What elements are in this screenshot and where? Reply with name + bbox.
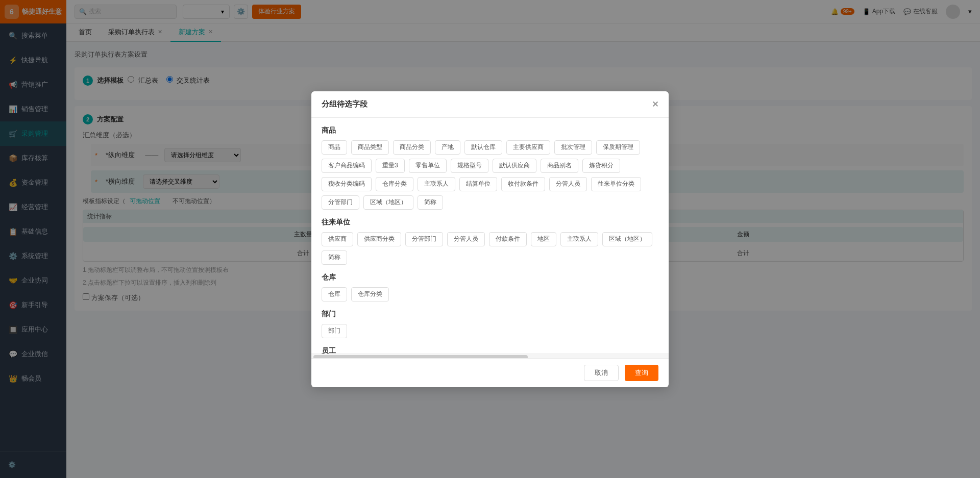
modal-body[interactable]: 商品商品商品类型商品分类产地默认仓库主要供应商批次管理保质期管理客户商品编码重量… — [311, 118, 669, 354]
field-group-employee: 员工业务员 — [322, 346, 658, 354]
field-group-warehouse: 仓库仓库仓库分类 — [322, 273, 658, 301]
field-tag-goods-6[interactable]: 批次管理 — [554, 140, 592, 155]
field-tag-goods-21[interactable]: 往来单位分类 — [591, 177, 641, 191]
field-tag-goods-18[interactable]: 结算单位 — [459, 177, 497, 191]
field-group-title-warehouse: 仓库 — [322, 273, 658, 282]
field-tag-warehouse-0[interactable]: 仓库 — [322, 287, 347, 301]
field-tag-goods-2[interactable]: 商品分类 — [393, 140, 431, 155]
field-group-partner: 往来单位供应商供应商分类分管部门分管人员付款条件地区主联系人区域（地区）简称 — [322, 218, 658, 265]
modal-confirm-button[interactable]: 查询 — [625, 365, 658, 381]
modal-footer: 取消 查询 — [311, 358, 669, 387]
field-tag-goods-15[interactable]: 税收分类编码 — [322, 177, 372, 191]
field-group-title-department: 部门 — [322, 310, 658, 319]
field-group-title-goods: 商品 — [322, 126, 658, 135]
field-tag-goods-9[interactable]: 重量3 — [376, 159, 405, 173]
field-tag-partner-0[interactable]: 供应商 — [322, 232, 353, 246]
field-tag-partner-5[interactable]: 地区 — [531, 232, 556, 246]
field-group-goods: 商品商品商品类型商品分类产地默认仓库主要供应商批次管理保质期管理客户商品编码重量… — [322, 126, 658, 210]
field-tag-goods-3[interactable]: 产地 — [435, 140, 460, 155]
field-group-department: 部门部门 — [322, 310, 658, 338]
field-tag-partner-8[interactable]: 简称 — [322, 250, 347, 265]
field-group-title-employee: 员工 — [322, 346, 658, 354]
scrollbar-thumb — [313, 355, 528, 358]
field-tag-goods-23[interactable]: 区域（地区） — [363, 195, 413, 210]
modal-cancel-button[interactable]: 取消 — [584, 365, 619, 381]
field-tag-goods-17[interactable]: 主联系人 — [418, 177, 455, 191]
modal-overlay: 分组待选字段 ✕ 商品商品商品类型商品分类产地默认仓库主要供应商批次管理保质期管… — [0, 0, 980, 478]
field-tag-goods-19[interactable]: 收付款条件 — [501, 177, 545, 191]
field-tag-partner-1[interactable]: 供应商分类 — [357, 232, 401, 246]
field-tag-partner-6[interactable]: 主联系人 — [560, 232, 598, 246]
field-tag-goods-7[interactable]: 保质期管理 — [596, 140, 640, 155]
field-tags-partner: 供应商供应商分类分管部门分管人员付款条件地区主联系人区域（地区）简称 — [322, 232, 658, 265]
field-tag-goods-13[interactable]: 商品别名 — [541, 159, 578, 173]
field-tag-goods-24[interactable]: 简称 — [418, 195, 443, 210]
field-group-title-partner: 往来单位 — [322, 218, 658, 227]
modal-header: 分组待选字段 ✕ — [311, 91, 669, 118]
field-tag-goods-22[interactable]: 分管部门 — [322, 195, 359, 210]
field-tag-goods-16[interactable]: 仓库分类 — [376, 177, 413, 191]
field-tag-warehouse-1[interactable]: 仓库分类 — [351, 287, 389, 301]
field-tag-goods-11[interactable]: 规格型号 — [451, 159, 488, 173]
field-tags-goods: 商品商品类型商品分类产地默认仓库主要供应商批次管理保质期管理客户商品编码重量3零… — [322, 140, 658, 210]
field-tag-department-0[interactable]: 部门 — [322, 324, 347, 338]
field-tag-goods-8[interactable]: 客户商品编码 — [322, 159, 372, 173]
field-tag-goods-12[interactable]: 默认供应商 — [493, 159, 536, 173]
field-tag-partner-3[interactable]: 分管人员 — [447, 232, 485, 246]
field-tag-goods-5[interactable]: 主要供应商 — [506, 140, 550, 155]
field-tag-goods-14[interactable]: 炼货积分 — [582, 159, 620, 173]
field-tag-partner-2[interactable]: 分管部门 — [405, 232, 443, 246]
field-tag-goods-0[interactable]: 商品 — [322, 140, 347, 155]
field-tag-goods-10[interactable]: 零售单位 — [409, 159, 447, 173]
field-tag-goods-20[interactable]: 分管人员 — [549, 177, 587, 191]
field-tags-warehouse: 仓库仓库分类 — [322, 287, 658, 301]
field-select-modal: 分组待选字段 ✕ 商品商品商品类型商品分类产地默认仓库主要供应商批次管理保质期管… — [311, 91, 669, 387]
field-tag-goods-4[interactable]: 默认仓库 — [464, 140, 502, 155]
field-tag-partner-7[interactable]: 区域（地区） — [602, 232, 652, 246]
modal-title: 分组待选字段 — [322, 99, 368, 109]
field-tags-department: 部门 — [322, 324, 658, 338]
field-tag-partner-4[interactable]: 付款条件 — [489, 232, 527, 246]
field-tag-goods-1[interactable]: 商品类型 — [351, 140, 389, 155]
modal-horizontal-scrollbar[interactable] — [311, 354, 669, 358]
modal-close-button[interactable]: ✕ — [652, 99, 658, 109]
